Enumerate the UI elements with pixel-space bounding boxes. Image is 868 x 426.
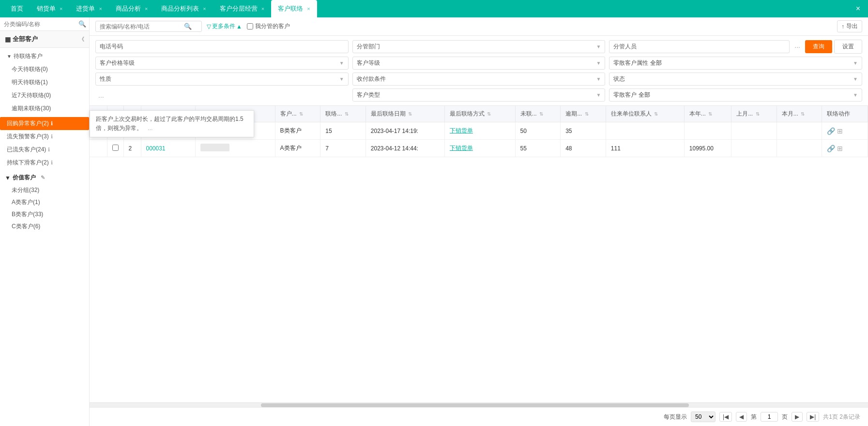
dots-button-row4[interactable]: ... [95,90,107,100]
sort-icon-last-way[interactable]: ⇅ [487,111,491,117]
sort-icon-unit-contact[interactable]: ⇅ [654,111,658,117]
value-group-edit-icon[interactable]: ✎ [41,175,45,181]
sidebar-item-unclassified[interactable]: 未分组(32) [0,184,89,196]
sort-icon-contact[interactable]: ⇅ [345,111,349,117]
filter-dept-field[interactable]: 分管部门 ▼ [352,40,606,53]
filter-gender-field[interactable]: 性质 ▼ [95,73,349,86]
value-group-header[interactable]: ▼ 价值客户 ✎ [0,171,89,184]
sidebar-item-tomorrow[interactable]: 明天待联络(1) [0,76,89,89]
row1-link-icon[interactable]: 🔗 [827,127,835,135]
sidebar-item-repurchase-abnormal[interactable]: 回购异常客户(2) ℹ [0,117,89,130]
info-icon-churned: ℹ [48,147,50,153]
filter-phone-field[interactable]: 电话号码 [95,40,349,53]
sidebar-search-bar: 🔍 [0,17,89,31]
value-group: ▼ 价值客户 ✎ 未分组(32) A类客户(1) B类客户(33) C类客户(6… [0,169,89,235]
gender-label: 性质 [100,75,111,83]
row1-apps-icon[interactable]: ⊞ [837,127,843,135]
row1-unpaid-cell: 50 [515,122,561,140]
nav-item-analysis-list[interactable]: 商品分析列表 × [154,0,213,17]
sidebar-item-churned[interactable]: 已流失客户(24) ℹ [0,143,89,156]
row2-apps-icon[interactable]: ⊞ [837,145,843,152]
per-page-select[interactable]: 50 20 100 [691,411,716,422]
sort-icon-this-month[interactable]: ⇅ [801,111,805,117]
row2-gear-cell [90,140,107,157]
close-icon-analysis[interactable]: × [145,0,148,17]
row2-type-cell: A类客户 [275,140,320,157]
sidebar-item-overdue[interactable]: 逾期未联络(30) [0,102,89,115]
page-input[interactable] [761,412,778,422]
row2-code-cell[interactable]: 000031 [141,140,196,157]
filter-customer-type-col: 客户类型 ▼ [352,88,606,102]
filter-search-icon[interactable]: 🔍 [184,23,192,30]
my-customers-checkbox[interactable] [247,23,253,29]
prev-page-button[interactable]: ◀ [736,412,747,422]
last-month-column-header: 上月... ⇅ [731,106,777,122]
status-label: 状态 [613,75,625,83]
filter-customer-level-field[interactable]: 客户等级 ▼ [352,57,606,70]
table-row: 2 000031 A类客户 7 2023-04-12 14:44: 下销货单 5… [90,140,868,157]
sidebar-item-type-b[interactable]: B类客户(33) [0,208,89,220]
sidebar-collapse-icon[interactable]: 《 [79,36,84,43]
overdue-label: 逾期未联络(30) [12,105,51,112]
nav-item-customer-contact[interactable]: 客户联络 × [271,0,317,17]
window-close-button[interactable]: × [852,4,864,13]
more-conditions-button[interactable]: ▽ 更多条件 ▲ [207,22,242,30]
close-icon-customer-tier[interactable]: × [261,0,264,17]
sidebar-item-declining[interactable]: 持续下滑客户(2) ℹ [0,156,89,169]
row2-last-way-cell[interactable]: 下销货单 [444,140,515,157]
filter-retail-attr-field[interactable]: 零散客户属性 全部 ▼ [609,57,862,70]
row2-link-icon[interactable]: 🔗 [827,145,835,152]
sidebar-item-type-a[interactable]: A类客户(1) [0,196,89,208]
row1-last-way-cell[interactable]: 下销货单 [444,122,515,140]
first-page-button[interactable]: |◀ [719,412,732,422]
filter-customer-level-col: 客户等级 ▼ [352,57,606,70]
sort-icon-unpaid[interactable]: ⇅ [539,111,543,117]
today-label: 今天待联络(0) [12,66,48,73]
sidebar-item-today[interactable]: 今天待联络(0) [0,63,89,76]
filter-dots-col: ... [95,90,349,100]
query-button[interactable]: 查询 [805,40,832,53]
filter-status-field[interactable]: 状态 ▼ [609,73,862,86]
sidebar-item-churn-warning[interactable]: 流失预警客户(3) ℹ [0,130,89,143]
pending-group-title[interactable]: ▼ 待联络客户 [0,50,89,63]
sort-icon-last-month[interactable]: ⇅ [756,111,760,117]
filter-retail-customer-field[interactable]: 零散客户 全部 ▼ [609,88,862,102]
sort-icon-this-year[interactable]: ⇅ [708,111,712,117]
sidebar-item-7days[interactable]: 近7天待联络(0) [0,89,89,102]
filter-retail-attr-col: 零散客户属性 全部 ▼ [609,57,862,70]
nav-item-sales[interactable]: 销货单 × [30,0,69,17]
filter-price-level-field[interactable]: 客户价格等级 ▼ [95,57,349,70]
sort-icon-overdue[interactable]: ⇅ [585,111,589,117]
all-customers-title[interactable]: ▦ 全部客户 《 [0,31,89,48]
pending-group-label: 待联络客户 [14,52,43,60]
filter-payment-field[interactable]: 收付款条件 ▼ [352,73,606,86]
sidebar-item-type-c[interactable]: C类客户(6) [0,220,89,233]
row2-checkbox[interactable] [112,145,119,151]
my-customers-label: 我分管的客户 [255,22,290,30]
nav-item-home[interactable]: 首页 [4,0,30,17]
horizontal-scrollbar[interactable] [90,402,868,407]
close-icon-customer-contact[interactable]: × [307,0,310,17]
person-label: 分管人员 [613,43,637,51]
scroll-thumb[interactable] [261,403,689,407]
next-page-button[interactable]: ▶ [792,412,803,422]
settings-button[interactable]: 设置 [834,40,862,54]
close-icon-analysis-list[interactable]: × [203,0,206,17]
sidebar-search-input[interactable] [4,21,76,28]
nav-item-purchase[interactable]: 进货单 × [69,0,108,17]
sort-icon-type[interactable]: ⇅ [299,111,303,117]
nav-item-analysis[interactable]: 商品分析 × [109,0,154,17]
last-page-button[interactable]: ▶| [807,412,819,422]
close-icon-sales[interactable]: × [60,0,62,17]
sort-icon-last-date[interactable]: ⇅ [408,111,412,117]
nav-item-customer-tier[interactable]: 客户分层经营 × [213,0,271,17]
filter-customer-type-field[interactable]: 客户类型 ▼ [352,88,606,102]
actions-column-header: 联络动作 [822,106,868,122]
filter-retail-customer-col: 零散客户 全部 ▼ [609,88,862,102]
export-button[interactable]: ↑ 导出 [837,20,862,32]
filter-person-field[interactable]: 分管人员 [609,40,790,53]
sidebar-search-icon[interactable]: 🔍 [78,20,86,28]
close-icon-purchase[interactable]: × [99,0,102,17]
filter-search-input[interactable] [100,23,182,30]
person-dots-button[interactable]: ··· [792,42,803,52]
